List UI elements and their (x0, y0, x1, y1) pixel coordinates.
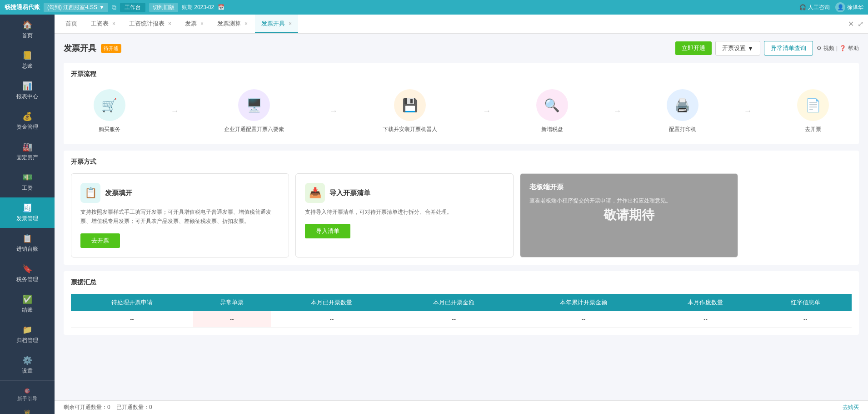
sidebar-item-label: 资金管理 (16, 123, 38, 131)
sidebar-item-label: 首页 (22, 32, 33, 40)
calendar-icon[interactable]: 📅 (218, 4, 224, 10)
status-badge: 待开通 (101, 44, 121, 53)
sidebar-item-salary[interactable]: 💵工资 (0, 167, 55, 197)
buy-link[interactable]: 去购买 (843, 404, 859, 411)
tab-label: 工资表 (91, 20, 109, 28)
immediate-open-button[interactable]: 立即开通 (675, 41, 712, 55)
sidebar-item-funds[interactable]: 💰资金管理 (0, 106, 55, 136)
billing-card-import: 📥 导入开票清单 支持导入待开票清单，可对待开票清单进行拆分、合并处理。 导入清… (295, 173, 514, 257)
sidebar-item-label: 固定资产 (16, 154, 38, 162)
top-bar: 畅捷通易代账 (勾到) 江西服室-LSS ▼ ⧉ 工作台 切到旧版 账期 202… (0, 0, 868, 15)
sidebar-item-archive[interactable]: 📁归档管理 (0, 319, 55, 350)
tab-close-icon[interactable]: × (200, 20, 204, 27)
flow-step-label: 购买服务 (99, 126, 120, 133)
summary-col-header: 红字信息单 (759, 294, 852, 311)
invoice-icon: 🧾 (22, 203, 32, 213)
reports-icon: 📊 (22, 81, 32, 91)
tab-salary-report[interactable]: 工资统计报表× (123, 15, 178, 33)
billing-card-manual-title: 发票填开 (105, 189, 132, 197)
go-open-invoice-button[interactable]: 去开票 (80, 233, 120, 248)
sidebar-item-invoice[interactable]: 🧾发票管理 (0, 197, 55, 228)
sidebar-item-guide[interactable]: 🎯新手引导 (0, 384, 55, 406)
flow-step-enterprise-config[interactable]: 🖥️ 企业开通配置开票六要素 (224, 89, 284, 133)
download-robot-icon: 💾 (394, 89, 426, 121)
flow-step-label: 下载并安装开票机器人 (383, 126, 437, 133)
assets-icon: 🏭 (22, 142, 32, 152)
settings-circle-icon: ⚙ (817, 45, 822, 51)
summary-cell: -- (652, 311, 759, 328)
tabs-container: 首页工资表×工资统计报表×发票×发票测算×发票开具× (59, 15, 298, 33)
sidebar-bottom: 🎯新手引导👑畅会员 📌 ↑↓取消固定 (0, 380, 55, 414)
flow-step-config-printer[interactable]: 🖨️ 配置打印机 (667, 89, 698, 133)
archive-icon: 📁 (22, 325, 32, 335)
sidebar-item-ledger[interactable]: 📒总账 (0, 45, 55, 76)
tab-label: 发票 (185, 20, 197, 28)
settings-icon: ⚙️ (22, 355, 32, 365)
flow-step-download-robot[interactable]: 💾 下载并安装开票机器人 (383, 89, 437, 133)
opened-quota-label: 已开通数量：0 (116, 404, 152, 410)
abnormal-query-button[interactable]: 异常清单查询 (764, 41, 813, 56)
summary-cell: -- (393, 311, 515, 328)
expand-icon[interactable]: ⤢ (858, 20, 863, 28)
summary-header-row: 待处理开票申请异常单票本月已开票数量本月已开票金额本年累计开票金额本月作废数量红… (71, 294, 852, 311)
main-content: 首页工资表×工资统计报表×发票×发票测算×发票开具× ✕ ⤢ 发票开具 待开通 … (55, 15, 868, 414)
tab-close-icon[interactable]: × (289, 20, 292, 27)
flow-arrow-2: → (483, 106, 491, 116)
tab-invoice-tool[interactable]: 发票开具× (255, 15, 298, 33)
flow-section-title: 开票流程 (71, 70, 852, 78)
tab-close-icon[interactable]: × (168, 20, 171, 27)
tab-home[interactable]: 首页 (59, 15, 84, 33)
billing-card-manual-header: 📋 发票填开 (80, 183, 279, 203)
company-selector[interactable]: (勾到) 江西服室-LSS ▼ (44, 3, 108, 12)
flow-arrow-1: → (329, 106, 338, 116)
billing-card-boss-title: 老板端开票 (529, 183, 564, 192)
tab-invoice-calc[interactable]: 发票测算× (211, 15, 254, 33)
member-icon: 👑 (24, 409, 30, 414)
tab-close-icon[interactable]: × (112, 20, 115, 27)
sidebar: 🏠首页📒总账📊报表中心💰资金管理🏭固定资产💵工资🧾发票管理📋进销台账🔖税务管理✅… (0, 15, 55, 414)
summary-col-header: 异常单票 (193, 294, 271, 311)
flow-step-buy-service[interactable]: 🛒 购买服务 (94, 89, 125, 133)
tab-close-icon[interactable]: × (244, 20, 248, 27)
flow-step-add-taxbox[interactable]: 🔍 新增税盘 (536, 89, 568, 133)
page-content: 发票开具 待开通 立即开通 开票设置 ▼ 异常清单查询 ⚙ 视频 | ❓ (55, 34, 868, 400)
summary-col-header: 待处理开票申请 (71, 294, 193, 311)
summary-col-header: 本月已开票金额 (393, 294, 515, 311)
sidebar-item-settings[interactable]: ⚙️设置 (0, 350, 55, 380)
billing-section-title: 开票方式 (71, 158, 852, 166)
top-bar-left: 畅捷通易代账 (勾到) 江西服室-LSS ▼ ⧉ 工作台 切到旧版 账期 202… (5, 3, 224, 12)
import-list-button[interactable]: 导入清单 (305, 224, 350, 238)
settle-icon: ✅ (22, 294, 32, 304)
flow-step-open-invoice[interactable]: 📄 去开票 (797, 89, 829, 133)
sidebar-bottom-nav: 🎯新手引导👑畅会员 (0, 384, 55, 414)
old-version-button[interactable]: 切到旧版 (149, 3, 178, 12)
settings-button[interactable]: 开票设置 ▼ (715, 41, 760, 56)
tab-label: 发票测算 (217, 20, 241, 28)
user-name: 徐泽华 (847, 4, 863, 11)
flow-step-label: 企业开通配置开票六要素 (224, 126, 284, 133)
close-all-icon[interactable]: ✕ (848, 20, 854, 28)
sidebar-item-home[interactable]: 🏠首页 (0, 15, 55, 45)
billing-card-manual: 📋 发票填开 支持按照发票样式手工填写开发票；可开具增值税电子普通发票、增值税普… (71, 173, 289, 257)
billing-card-boss-header: 老板端开票 (529, 183, 564, 192)
funds-icon: 💰 (22, 111, 32, 121)
tab-salary-table[interactable]: 工资表× (85, 15, 122, 33)
summary-data-row: -------------- (71, 311, 852, 328)
service-button[interactable]: 🎧 人工咨询 (799, 4, 830, 11)
user-avatar-area[interactable]: 👤 徐泽华 (835, 2, 863, 12)
sidebar-item-purchase[interactable]: 📋进销台账 (0, 228, 55, 258)
footer-info: 剩余可开通数量：0 已开通数量：0 (64, 404, 152, 411)
flow-step-label: 配置打印机 (669, 126, 696, 133)
billing-card-import-title: 导入开票清单 (329, 189, 370, 197)
workspace-button[interactable]: 工作台 (120, 3, 145, 12)
chevron-down-icon: ▼ (99, 4, 105, 10)
sidebar-item-settle[interactable]: ✅结账 (0, 289, 55, 319)
tab-invoice-list[interactable]: 发票× (179, 15, 210, 33)
flow-step-label: 去开票 (805, 126, 821, 133)
tax-icon: 🔖 (22, 264, 32, 274)
sidebar-item-tax[interactable]: 🔖税务管理 (0, 258, 55, 289)
sidebar-item-assets[interactable]: 🏭固定资产 (0, 136, 55, 167)
billing-card-manual-icon: 📋 (80, 183, 100, 203)
sidebar-item-member[interactable]: 👑畅会员 (0, 406, 55, 414)
sidebar-item-reports[interactable]: 📊报表中心 (0, 76, 55, 106)
